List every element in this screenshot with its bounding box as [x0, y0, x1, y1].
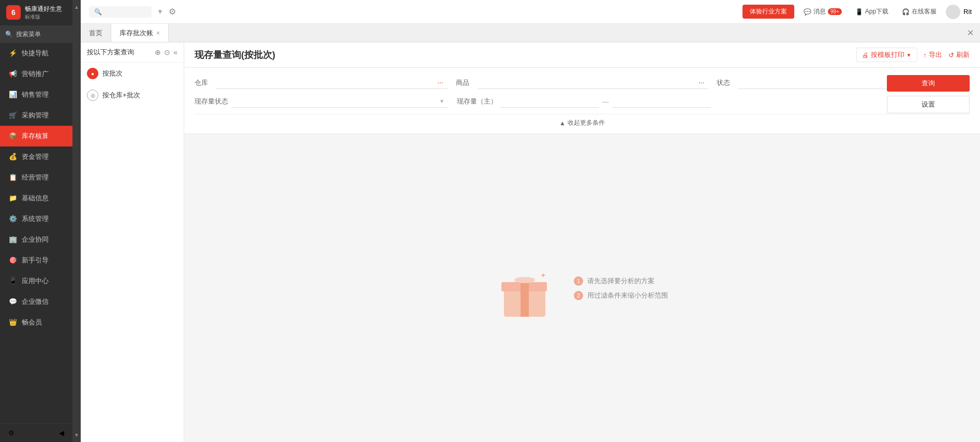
- collapse-panel-btn[interactable]: «: [173, 48, 177, 56]
- warehouse-dots-btn[interactable]: ···: [437, 78, 443, 86]
- scheme-label-2: 按仓库+批次: [102, 91, 140, 100]
- query-btn[interactable]: 查询: [887, 75, 970, 92]
- sidebar-item-wechat[interactable]: 💬 企业微信: [0, 291, 72, 312]
- sidebar-search[interactable]: 🔍 搜索菜单: [0, 26, 72, 43]
- refresh-icon: ↺: [948, 51, 954, 59]
- topbar-search-box[interactable]: 🔍: [89, 6, 152, 18]
- chevron-down-icon[interactable]: ▼: [907, 52, 912, 58]
- tab-bar: 首页 库存批次账 × ✕: [81, 24, 980, 42]
- print-btn[interactable]: 🖨 按模板打印 ▼: [856, 48, 917, 62]
- online-service-btn[interactable]: 🎧 在线客服: [898, 5, 941, 18]
- svg-rect-2: [521, 282, 529, 317]
- empty-hint: 1 请先选择要分析的方案 2 用过滤条件来缩小分析范围: [574, 276, 668, 300]
- warehouse-label: 仓库: [195, 78, 213, 87]
- nav-label-inventory: 库存核算: [22, 131, 49, 141]
- gear-icon[interactable]: ⚙: [169, 7, 176, 17]
- filter-inventory-status: 现存量状态 ▼: [195, 95, 449, 108]
- sidebar-scroll: ▲ ▼: [72, 0, 81, 442]
- topbar-search-input[interactable]: [105, 8, 146, 16]
- sidebar-item-basic[interactable]: 📁 基础信息: [0, 188, 72, 209]
- right-panel: 现存量查询(按批次) 🖨 按模板打印 ▼ ↑ 导出 ↺ 刷新: [184, 42, 980, 442]
- svg-text:✦: ✦: [501, 283, 506, 288]
- collapse-filter-btn[interactable]: ▲ 收起更多条件: [195, 114, 970, 129]
- status-label: 状态: [717, 78, 735, 87]
- scroll-up-arrow[interactable]: ▲: [72, 2, 81, 12]
- settings-icon[interactable]: ⚙: [8, 429, 14, 437]
- product-dots-btn[interactable]: ···: [699, 78, 705, 86]
- scheme-item-2[interactable]: ◎ 按仓库+批次: [81, 84, 184, 106]
- sidebar-item-finance[interactable]: 💰 资金管理: [0, 146, 72, 167]
- chevron-down-icon[interactable]: ▼: [439, 98, 444, 104]
- inventory-status-label: 现存量状态: [195, 97, 228, 106]
- sidebar-item-purchase[interactable]: 🛒 采购管理: [0, 105, 72, 126]
- sidebar-footer: ⚙ ◀: [0, 423, 72, 442]
- app-download-btn[interactable]: 📱 App下载: [851, 5, 893, 18]
- user-profile[interactable]: Rit: [946, 5, 972, 19]
- collapse-icon[interactable]: ◀: [59, 429, 64, 437]
- nav-icon-marketing: 📢: [8, 69, 18, 79]
- nav-label-member: 畅会员: [22, 318, 42, 327]
- page-header: 现存量查询(按批次) 🖨 按模板打印 ▼ ↑ 导出 ↺ 刷新: [184, 42, 980, 68]
- sidebar-item-operations[interactable]: 📋 经营管理: [0, 167, 72, 188]
- inv-status-input[interactable]: [235, 97, 439, 105]
- qty-max-input[interactable]: [612, 95, 711, 108]
- message-badge: 99+: [828, 8, 842, 15]
- tab-home[interactable]: 首页: [81, 24, 111, 42]
- settings-btn[interactable]: 设置: [887, 96, 970, 113]
- content-area: 按以下方案查询 ⊕ ⊙ « ● 按批次 ◎ 按仓库+批次 现存量查询(按批次): [81, 42, 980, 442]
- sidebar-item-system[interactable]: ⚙️ 系统管理: [0, 209, 72, 229]
- sidebar-item-sales[interactable]: 📊 销售管理: [0, 84, 72, 105]
- nav-icon-wechat: 💬: [8, 297, 18, 306]
- product-input-container[interactable]: ···: [478, 76, 709, 89]
- sidebar-item-marketing[interactable]: 📢 营销推广: [0, 64, 72, 84]
- empty-svg: ✦ ✦: [496, 257, 558, 319]
- headset-icon: 🎧: [902, 8, 910, 16]
- inv-status-container[interactable]: ▼: [231, 95, 449, 108]
- nav-icon-basic: 📁: [8, 194, 18, 203]
- nav-icon-inventory: 📦: [8, 131, 18, 141]
- dropdown-arrow[interactable]: ▼: [157, 8, 164, 16]
- qty-min-input[interactable]: [500, 95, 599, 108]
- scroll-down-arrow[interactable]: ▼: [72, 430, 81, 440]
- nav-label-marketing: 营销推广: [22, 69, 49, 79]
- filter-warehouse: 仓库 ···: [195, 76, 448, 89]
- tab-inventory-batch[interactable]: 库存批次账 ×: [111, 24, 169, 42]
- warehouse-input[interactable]: [220, 79, 437, 86]
- sidebar-item-newbie[interactable]: 🎯 新手引导: [0, 250, 72, 271]
- nav-icon-quick-nav: ⚡: [8, 49, 18, 58]
- nav-icon-purchase: 🛒: [8, 111, 18, 120]
- main-area: 🔍 ▼ ⚙ 体验行业方案 💬 消息 99+ 📱 App下载 🎧 在线客服 Rit…: [81, 0, 980, 442]
- sidebar-item-member[interactable]: 👑 畅会员: [0, 312, 72, 333]
- sidebar-item-app-center[interactable]: 📱 应用中心: [0, 271, 72, 291]
- scheme-item-1[interactable]: ● 按批次: [81, 63, 184, 84]
- search-icon: 🔍: [5, 31, 13, 38]
- nav-label-purchase: 采购管理: [22, 111, 49, 120]
- export-btn[interactable]: ↑ 导出: [924, 50, 943, 60]
- scheme-label-1: 按批次: [102, 69, 123, 78]
- sidebar-item-quick-nav[interactable]: ⚡ 快捷导航: [0, 43, 72, 64]
- experience-btn[interactable]: 体验行业方案: [743, 5, 794, 19]
- message-btn[interactable]: 💬 消息 99+: [799, 5, 846, 18]
- nav-label-system: 系统管理: [22, 214, 49, 224]
- export-icon: ↑: [924, 51, 927, 59]
- tab-close-icon[interactable]: ×: [156, 30, 160, 37]
- scheme-settings-btn[interactable]: ⊙: [164, 48, 170, 56]
- nav-icon-newbie: 🎯: [8, 256, 18, 265]
- filter-row-1: 仓库 ··· 商品 ··· 状态: [195, 76, 970, 89]
- printer-icon: 🖨: [862, 51, 869, 59]
- sidebar-item-enterprise[interactable]: 🏢 企业协同: [0, 229, 72, 250]
- svg-point-3: [514, 277, 535, 283]
- refresh-btn[interactable]: ↺ 刷新: [948, 50, 970, 60]
- nav-icon-operations: 📋: [8, 173, 18, 182]
- filter-row-2: 现存量状态 ▼ 现存量（主） —: [195, 95, 970, 108]
- scheme-icon-2: ◎: [87, 90, 98, 101]
- sidebar-item-inventory[interactable]: 📦 库存核算: [0, 126, 72, 146]
- sidebar-logo: 6: [6, 5, 21, 20]
- avatar: [946, 5, 960, 19]
- product-input[interactable]: [482, 79, 699, 86]
- nav-label-enterprise: 企业协同: [22, 235, 49, 244]
- add-scheme-btn[interactable]: ⊕: [155, 48, 161, 56]
- tab-bar-close-btn[interactable]: ✕: [961, 28, 980, 38]
- app-icon: 📱: [855, 8, 863, 16]
- warehouse-input-container[interactable]: ···: [216, 76, 448, 89]
